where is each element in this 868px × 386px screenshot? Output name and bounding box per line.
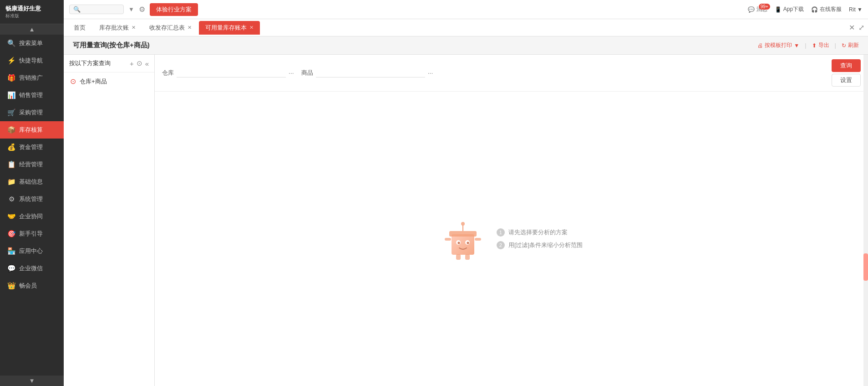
right-panel: 仓库 ··· 商品 ··· 查询 设置	[155, 55, 868, 386]
plus-icon: +	[130, 60, 134, 67]
left-panel: 按以下方案查询 + ⊙ « ⊙ 仓库+商品	[64, 55, 155, 386]
app-download-button[interactable]: 📱 App下载	[775, 5, 804, 13]
svg-rect-6	[445, 238, 451, 241]
warehouse-more-icon[interactable]: ···	[289, 69, 294, 77]
svg-point-4	[457, 242, 460, 244]
user-menu[interactable]: Rit ▼	[849, 6, 863, 13]
right-scrollbar[interactable]	[863, 55, 868, 386]
sidebar-item-member[interactable]: 👑 畅会员	[0, 277, 64, 294]
sidebar-item-label: 营销推广	[19, 74, 43, 82]
sidebar-scroll-down[interactable]: ▼	[0, 376, 64, 386]
svg-rect-8	[456, 254, 461, 260]
chat-icon: 💬	[7, 264, 15, 273]
dropdown-arrow-icon[interactable]: ▼	[128, 6, 134, 13]
empty-tip-1: 1 请先选择要分析的方案	[497, 228, 583, 237]
sidebar-item-operations[interactable]: 📋 经营管理	[0, 156, 64, 173]
sidebar-item-shortcut[interactable]: ⚡ 快捷导航	[0, 52, 64, 69]
topbar: 🔍 ▼ ⚙ 体验行业方案 💬 消息 99+ 📱 App下载 🎧 在线客服 Rit…	[64, 0, 868, 19]
left-panel-header: 按以下方案查询 + ⊙ «	[64, 55, 154, 72]
export-button[interactable]: ⬆ 导出	[812, 41, 829, 49]
content-area: 按以下方案查询 + ⊙ « ⊙ 仓库+商品	[64, 55, 868, 386]
svg-rect-0	[452, 234, 474, 255]
empty-tip-2: 2 用[过滤]条件来缩小分析范围	[497, 241, 583, 249]
print-label: 按模板打印	[765, 41, 792, 49]
tab-available[interactable]: 可用量库存账本 ✕	[199, 21, 260, 35]
trial-button[interactable]: 体验行业方案	[150, 3, 198, 16]
add-scheme-button[interactable]: +	[130, 60, 134, 67]
settings-icon: ⊙	[137, 59, 142, 67]
gear-icon: ⚙	[7, 195, 15, 203]
topbar-search-input[interactable]	[82, 6, 119, 13]
sidebar-item-label: 库存核算	[19, 126, 43, 134]
scheme-item-warehouse-goods[interactable]: ⊙ 仓库+商品	[64, 72, 154, 90]
tab-batch[interactable]: 库存批次账 ✕	[93, 21, 142, 35]
tab-summary-close-icon[interactable]: ✕	[188, 25, 192, 31]
tab-home[interactable]: 首页	[67, 21, 92, 35]
headset-icon: 🎧	[811, 6, 818, 13]
sidebar-item-purchase[interactable]: 🛒 采购管理	[0, 104, 64, 121]
scheme-settings-button[interactable]: ⊙	[137, 59, 142, 67]
folder-icon: 📁	[7, 178, 15, 186]
empty-tips: 1 请先选择要分析的方案 2 用[过滤]条件来缩小分析范围	[497, 228, 583, 249]
sidebar-item-finance[interactable]: 💰 资金管理	[0, 139, 64, 156]
sidebar-item-basic[interactable]: 📁 基础信息	[0, 173, 64, 190]
sidebar-item-label: 应用中心	[19, 247, 43, 255]
sidebar-item-newbie[interactable]: 🎯 新手引导	[0, 225, 64, 242]
goods-input[interactable]	[316, 68, 425, 77]
topbar-right: 💬 消息 99+ 📱 App下载 🎧 在线客服 Rit ▼	[748, 5, 863, 13]
handshake-icon: 🤝	[7, 212, 15, 221]
sidebar-item-label: 快捷导航	[19, 57, 43, 65]
sidebar-item-corp[interactable]: 🤝 企业协同	[0, 208, 64, 225]
query-button[interactable]: 查询	[832, 59, 861, 72]
sidebar-item-search[interactable]: 🔍 搜索菜单	[0, 35, 64, 52]
brand-name: 畅康通好生意	[5, 5, 58, 13]
store-icon: 🏪	[7, 247, 15, 255]
tab-batch-close-icon[interactable]: ✕	[132, 25, 136, 31]
print-icon: 🖨	[757, 42, 763, 49]
sidebar-item-label: 采购管理	[19, 108, 43, 117]
empty-illustration	[440, 216, 486, 262]
tip-text-2: 用[过滤]条件来缩小分析范围	[508, 241, 583, 249]
tab-summary[interactable]: 收发存汇总表 ✕	[143, 21, 198, 35]
export-icon: ⬆	[812, 42, 817, 49]
tabs-bar: 首页 库存批次账 ✕ 收发存汇总表 ✕ 可用量库存账本 ✕ ✕ ⤢	[64, 19, 868, 36]
expand-button[interactable]: ⤢	[858, 23, 864, 32]
svg-rect-9	[465, 254, 470, 260]
sidebar-item-sales[interactable]: 📊 销售管理	[0, 87, 64, 104]
warehouse-input[interactable]	[177, 68, 286, 77]
sidebar-item-label: 新手引导	[19, 230, 43, 238]
collapse-panel-button[interactable]: «	[145, 60, 149, 67]
scrollbar-thumb[interactable]	[863, 253, 868, 281]
sidebar-item-label: 搜索菜单	[19, 39, 43, 47]
target-icon: 🎯	[7, 230, 15, 238]
filter-settings-button[interactable]: 设置	[832, 74, 861, 87]
sidebar-item-marketing[interactable]: 🎁 营销推广	[0, 69, 64, 87]
warehouse-label: 仓库	[162, 69, 174, 77]
tab-batch-label: 库存批次账	[99, 24, 129, 32]
sidebar-scroll-up[interactable]: ▲	[0, 24, 64, 35]
sidebar-item-inventory[interactable]: 📦 库存核算	[0, 121, 64, 139]
sidebar-item-system[interactable]: ⚙ 系统管理	[0, 190, 64, 208]
sidebar-item-label: 资金管理	[19, 143, 43, 151]
empty-inner: 1 请先选择要分析的方案 2 用[过滤]条件来缩小分析范围	[440, 216, 583, 262]
separator: |	[805, 42, 806, 49]
refresh-icon: ↻	[842, 42, 846, 49]
goods-more-icon[interactable]: ···	[428, 69, 433, 77]
main-area: 🔍 ▼ ⚙ 体验行业方案 💬 消息 99+ 📱 App下载 🎧 在线客服 Rit…	[64, 0, 868, 386]
topbar-gear-icon[interactable]: ⚙	[139, 5, 145, 14]
search-icon: 🔍	[7, 39, 15, 47]
sidebar-item-appstore[interactable]: 🏪 应用中心	[0, 242, 64, 260]
print-button[interactable]: 🖨 按模板打印 ▼	[757, 41, 799, 49]
money-icon: 💰	[7, 143, 15, 151]
message-button[interactable]: 💬 消息 99+	[748, 5, 767, 13]
tab-available-close-icon[interactable]: ✕	[249, 25, 254, 31]
close-tab-button[interactable]: ✕	[849, 23, 855, 32]
sidebar-header: 畅康通好生意 标准版	[0, 0, 64, 24]
svg-rect-7	[475, 238, 481, 241]
online-service-button[interactable]: 🎧 在线客服	[811, 5, 842, 13]
sidebar-item-wechat[interactable]: 💬 企业微信	[0, 260, 64, 277]
page-header-actions: 🖨 按模板打印 ▼ | ⬆ 导出 | ↻ 刷新	[757, 41, 859, 49]
topbar-search-box: 🔍	[69, 5, 124, 14]
refresh-button[interactable]: ↻ 刷新	[842, 41, 859, 49]
service-label: 在线客服	[820, 5, 842, 13]
